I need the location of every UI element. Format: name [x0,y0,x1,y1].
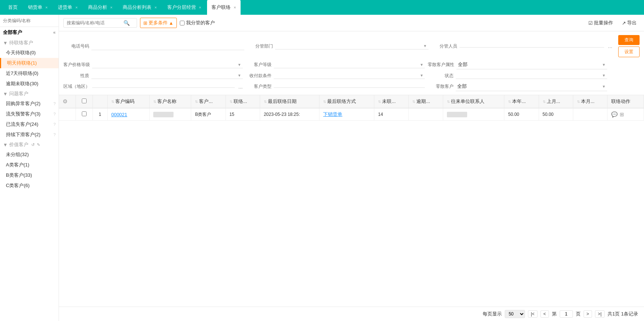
manager-select[interactable] [459,45,605,48]
nav-sales[interactable]: 销货单 × [24,0,52,15]
my-customer-checkbox[interactable] [180,21,185,25]
col-contact-header[interactable]: 联络... [225,95,260,108]
cell-last-contact-method[interactable]: 下销货单 [319,108,374,121]
nav-product-analysis-close[interactable]: × [110,5,112,10]
cell-checkbox[interactable] [76,108,92,121]
cell-name: ██████ [149,108,191,121]
sidebar-group-problem[interactable]: ▼ 问题客户 [0,89,59,99]
col-last-month-header[interactable]: 上月... [539,95,573,108]
page-suffix-label: 页 [576,311,581,317]
comment-action-icon[interactable]: 💬 [611,111,617,117]
setting-button[interactable]: 设置 [618,46,640,57]
nav-purchase[interactable]: 进货单 × [53,0,82,15]
col-checkbox-header[interactable] [76,95,92,108]
row-checkbox[interactable] [82,111,87,116]
sidebar-item-ungrouped[interactable]: 未分组(32) [0,149,59,160]
col-last-contact-date-header[interactable]: 最后联络日期 [260,95,319,108]
customer-table: ⚙ 客户编码 客户名称 客户... 联络... 最后联络日期 最后联络方式 未联… [59,95,644,121]
customer-level-select[interactable]: ▼ [274,62,425,68]
action-buttons: 查询 设置 [618,35,640,57]
dept-select[interactable]: ▼ [275,43,428,49]
sidebar-item-churn-warning[interactable]: 流失预警客户(3) ? [0,109,59,119]
retail-customer-select[interactable]: 全部 ▼ [456,82,607,91]
nav-product-analysis[interactable]: 商品分析 × [84,0,117,15]
page-number-input[interactable] [560,310,573,318]
nav-product-analysis-list-close[interactable]: × [154,5,157,10]
col-type-header[interactable]: 客户... [191,95,225,108]
sidebar-group-value[interactable]: ▼ 价值客户 ↺ ✎ [0,140,59,149]
col-overdue-header[interactable]: 逾期... [409,95,443,108]
customer-type-select[interactable] [274,85,425,88]
col-gear[interactable]: ⚙ [59,95,76,108]
first-page-button[interactable]: |< [528,310,538,318]
search-button[interactable]: 🔍 [123,20,130,26]
filter-cell-dept: 分管部门 ▼ [247,43,428,49]
gear-icon[interactable]: ⚙ [63,98,67,104]
nav-home[interactable]: 首页 [4,0,22,15]
chevron-up-icon: ▲ [169,20,174,26]
sidebar-item-class-b[interactable]: B类客户(33) [0,170,59,180]
search-input[interactable] [67,20,122,25]
batch-operation-button[interactable]: ☑ 批量操作 [585,18,616,28]
col-code-header[interactable]: 客户编码 [107,95,149,108]
nav-customer-segmentation[interactable]: 客户分层经营 × [163,0,206,15]
sidebar-item-tomorrow-pending[interactable]: 明天待联络(1) [0,58,59,68]
my-customer-checkbox-container[interactable]: 我分管的客户 [180,20,215,26]
help-icon-2[interactable]: ? [53,112,56,116]
last-page-button[interactable]: >| [595,310,605,318]
filter-row-1: 电话号码 分管部门 ▼ 分管人员 ... [63,35,640,57]
filter-cell-retail-customer: 零散客户 全部 ▼ [428,82,607,91]
sidebar-item-overdue-pending[interactable]: 逾期未联络(30) [0,79,59,89]
col-last-contact-method-header[interactable]: 最后联络方式 [319,95,374,108]
prev-page-button[interactable]: < [540,310,549,318]
nav-purchase-close[interactable]: × [75,5,77,10]
help-icon-4[interactable]: ? [53,132,56,137]
sidebar-group-pending[interactable]: ▼ 待联络客户 [0,38,59,48]
next-page-button[interactable]: > [584,310,592,318]
nav-customer-contact[interactable]: 客户联络 × [207,0,240,15]
export-icon: ↗ [622,20,626,26]
status-select[interactable]: ▼ [456,72,607,79]
select-all-checkbox[interactable] [82,99,87,103]
sidebar-item-declining[interactable]: 持续下滑客户(2) ? [0,130,59,140]
content-area: 🔍 ⊞ 更多条件 ▲ 我分管的客户 ☑ 批量操作 ↗ 导出 [59,15,644,321]
sidebar-item-today-pending[interactable]: 今天待联络(0) [0,48,59,58]
region-dots[interactable]: ... [238,84,243,90]
more-filter-button[interactable]: ⊞ 更多条件 ▲ [140,18,177,28]
per-page-select[interactable]: 50 100 200 [505,310,525,318]
phone-input[interactable] [91,42,244,50]
nav-sales-close[interactable]: × [45,5,48,10]
col-unit-contact-header[interactable]: 往来单位联系人 [443,95,504,108]
refresh-icon[interactable]: ↺ [31,142,35,147]
sidebar-item-week-pending[interactable]: 近7天待联络(0) [0,68,59,79]
nature-select[interactable]: ▼ [91,72,243,79]
filter-cell-status: 状态 ▼ [428,72,607,79]
manager-dots[interactable]: ... [608,43,612,49]
nav-customer-segmentation-close[interactable]: × [199,5,201,10]
export-button[interactable]: ↗ 导出 [619,18,640,28]
sidebar-item-class-a[interactable]: A类客户(1) [0,160,59,170]
sidebar-item-churned[interactable]: 已流失客户(24) ? [0,119,59,130]
nav-customer-contact-close[interactable]: × [234,5,236,10]
cell-code[interactable]: 000021 [107,108,149,121]
col-this-month-header[interactable]: 本月... [573,95,607,108]
nav-product-analysis-list[interactable]: 商品分析列表 × [118,0,161,15]
help-icon-1[interactable]: ? [53,101,56,106]
col-name-header[interactable]: 客户名称 [149,95,191,108]
sidebar-search-input[interactable] [3,18,58,23]
more-action-icon[interactable]: ⊞ [620,111,624,117]
price-level-arrow-icon: ▼ [238,63,241,67]
help-icon-3[interactable]: ? [53,122,56,127]
sidebar-item-class-c[interactable]: C类客户(6) [0,180,59,191]
edit-icon[interactable]: ✎ [37,142,40,147]
price-level-select[interactable]: ▼ [92,62,243,68]
region-select[interactable] [92,85,235,88]
col-uncontacted-header[interactable]: 未联... [374,95,409,108]
query-button[interactable]: 查询 [618,35,640,45]
sidebar-all-customers[interactable]: 全部客户 « [0,27,59,38]
cell-gear [59,108,76,121]
col-this-year-header[interactable]: 本年... [504,95,539,108]
payment-select[interactable]: ▼ [274,72,425,79]
sidebar-item-abnormal-repurchase[interactable]: 回购异常客户(2) ? [0,99,59,109]
retail-attr-select[interactable]: 全部 ▼ [456,60,607,69]
